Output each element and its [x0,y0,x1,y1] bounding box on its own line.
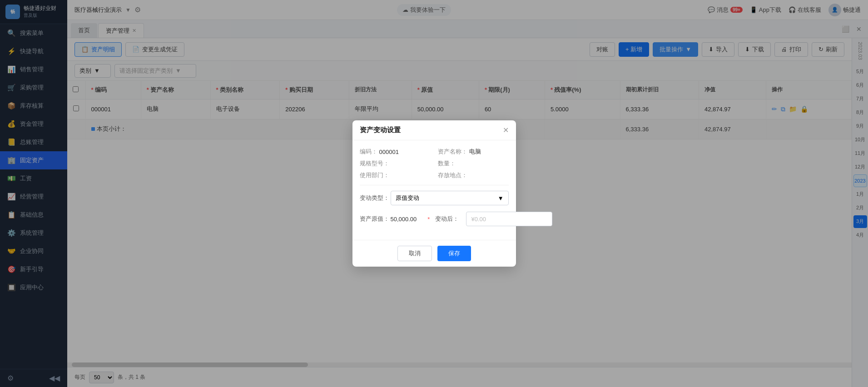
modal-change-type-value: 原值变动 [396,194,419,202]
modal-asset-value: 50,000.00 [391,216,417,223]
modal-dept-label: 使用部门： [360,171,389,179]
modal-spec-item: 规格型号： [360,159,431,168]
asset-change-modal: 资产变动设置 ✕ 编码： 000001 资产名称： 电脑 规格型号： 数量： [352,120,516,267]
modal-asset-name-item: 资产名称： 电脑 [438,148,509,156]
modal-overlay: 资产变动设置 ✕ 编码： 000001 资产名称： 电脑 规格型号： 数量： [0,0,868,387]
modal-asset-value-label: 资产原值： [360,215,387,223]
modal-close-icon[interactable]: ✕ [503,126,509,134]
modal-asset-name-label: 资产名称： [438,148,467,156]
required-star: * [427,216,430,223]
modal-header: 资产变动设置 ✕ [352,120,516,140]
modal-title: 资产变动设置 [360,126,401,134]
modal-location-item: 存放地点： [438,171,509,179]
modal-code-value: 000001 [379,149,399,155]
modal-after-value-label: 变动后： [435,215,459,223]
modal-spec-label: 规格型号： [360,159,389,168]
modal-footer: 取消 保存 [352,240,516,267]
cancel-button[interactable]: 取消 [397,246,432,261]
modal-change-type-field: 变动类型： 原值变动 ▼ [360,191,509,205]
modal-change-type-label: 变动类型： [360,194,387,202]
save-button[interactable]: 保存 [437,246,471,261]
modal-body: 编码： 000001 资产名称： 电脑 规格型号： 数量： 使用部门： [352,140,516,240]
modal-quantity-label: 数量： [438,159,456,168]
modal-asset-value-field: 资产原值： 50,000.00 * 变动后： [360,212,509,226]
modal-quantity-item: 数量： [438,159,509,168]
modal-code-item: 编码： 000001 [360,148,431,156]
modal-location-label: 存放地点： [438,171,467,179]
modal-select-dropdown-icon: ▼ [498,195,504,202]
modal-after-value-input[interactable] [466,212,552,226]
modal-info-grid: 编码： 000001 资产名称： 电脑 规格型号： 数量： 使用部门： [360,148,509,185]
modal-asset-name-value: 电脑 [469,148,481,156]
modal-code-label: 编码： [360,148,377,156]
modal-dept-item: 使用部门： [360,171,431,179]
modal-change-type-select[interactable]: 原值变动 ▼ [391,191,509,205]
